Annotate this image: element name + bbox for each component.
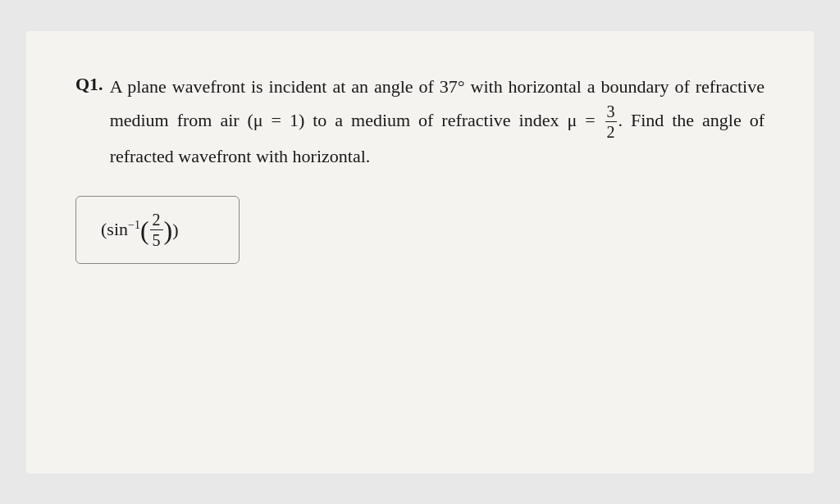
answer-content: (sin−1 ( 2 5 ) ) [101,210,214,250]
answer-fraction: 2 5 [150,210,163,250]
page-container: Q1. A plane wavefront is incident at an … [26,31,814,474]
closing-paren-label: ) [172,220,178,241]
open-paren: ( [140,217,149,243]
question-text: A plane wavefront is incident at an angl… [110,72,765,172]
question-label: Q1. [75,72,103,172]
superscript-minus1: −1 [128,219,140,231]
mu-denominator: 2 [605,122,617,142]
mu-numerator: 3 [605,102,617,122]
sin-inverse-label: (sin−1 [101,219,140,240]
answer-denominator: 5 [150,230,163,250]
answer-numerator: 2 [150,210,163,230]
question-block: Q1. A plane wavefront is incident at an … [75,72,765,172]
close-paren: ) [164,217,173,243]
mu-fraction: 3 2 [605,102,617,142]
answer-box: (sin−1 ( 2 5 ) ) [75,196,240,264]
